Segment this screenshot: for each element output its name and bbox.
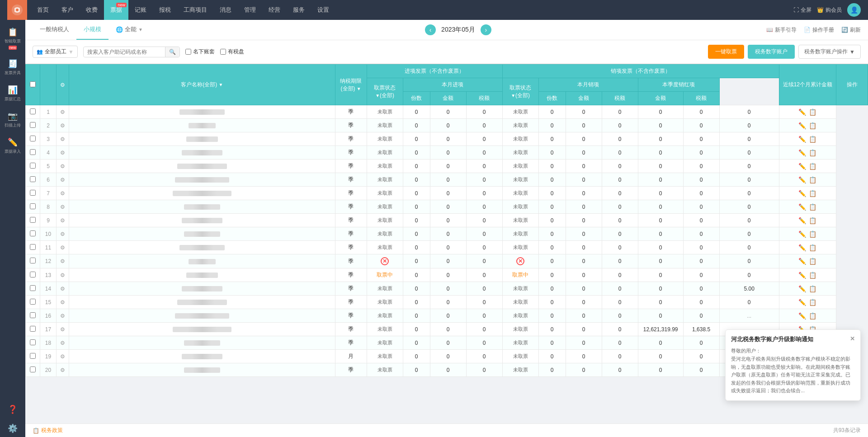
row-edit-icon[interactable]: ✏️: [798, 285, 806, 292]
subnav-general[interactable]: 一般纳税人: [33, 20, 76, 40]
row-edit-icon[interactable]: ✏️: [798, 272, 806, 279]
row-checkbox[interactable]: [30, 217, 36, 223]
row-gear[interactable]: ⚙: [57, 268, 69, 282]
row-gear[interactable]: ⚙: [57, 254, 69, 268]
row-copy-icon[interactable]: 📋: [809, 108, 816, 116]
row-copy-icon[interactable]: 📋: [809, 230, 816, 238]
row-copy-icon[interactable]: 📋: [809, 312, 816, 320]
row-edit-icon[interactable]: ✏️: [798, 176, 806, 183]
nav-bookkeeping[interactable]: 记账: [128, 0, 153, 20]
col-in-status-header[interactable]: 取票状态▼(全部): [367, 78, 403, 105]
row-edit-icon[interactable]: ✏️: [798, 163, 806, 170]
row-gear[interactable]: ⚙: [57, 214, 69, 227]
nav-client[interactable]: 客户: [55, 0, 80, 20]
tax-policy-link[interactable]: 税务政策: [41, 427, 63, 434]
row-gear[interactable]: ⚙: [57, 146, 69, 160]
row-gear[interactable]: ⚙: [57, 363, 69, 377]
row-gear[interactable]: ⚙: [57, 309, 69, 323]
row-gear[interactable]: ⚙: [57, 336, 69, 350]
user-avatar[interactable]: 👤: [847, 3, 861, 17]
sidebar-item-scan[interactable]: 📷 扫描上传: [1, 108, 24, 132]
row-checkbox[interactable]: [30, 285, 36, 291]
row-checkbox[interactable]: [30, 108, 36, 114]
row-copy-icon[interactable]: 📋: [809, 163, 816, 170]
tax-disk-checkbox[interactable]: [220, 49, 226, 55]
row-copy-icon[interactable]: 📋: [809, 149, 816, 156]
nav-operation[interactable]: 经营: [262, 0, 287, 20]
col-tax-period-header[interactable]: 纳税期限(全部) ▼: [335, 65, 367, 105]
row-copy-icon[interactable]: 📋: [809, 176, 816, 183]
subnav-small[interactable]: 小规模: [76, 20, 108, 40]
row-checkbox[interactable]: [30, 163, 36, 169]
row-gear[interactable]: ⚙: [57, 282, 69, 296]
row-gear[interactable]: ⚙: [57, 132, 69, 146]
sidebar-item-smart-invoice[interactable]: 📋 智能取票 new: [1, 23, 24, 53]
fullscreen-btn[interactable]: ⛶ 全屏: [793, 6, 811, 14]
row-checkbox[interactable]: [30, 339, 36, 345]
row-copy-icon[interactable]: 📋: [809, 272, 816, 279]
row-gear[interactable]: ⚙: [57, 323, 69, 336]
sidebar-item-help[interactable]: ❓: [1, 401, 24, 418]
nav-home[interactable]: 首页: [31, 0, 55, 20]
row-checkbox[interactable]: [30, 190, 36, 196]
row-checkbox[interactable]: [30, 149, 36, 155]
row-gear[interactable]: ⚙: [57, 227, 69, 241]
row-gear[interactable]: ⚙: [57, 241, 69, 254]
row-gear[interactable]: ⚙: [57, 296, 69, 309]
row-gear[interactable]: ⚙: [57, 119, 69, 132]
row-edit-icon[interactable]: ✏️: [798, 203, 806, 211]
col-out-status-header[interactable]: 取票状态▼(全部): [502, 78, 538, 105]
row-edit-icon[interactable]: ✏️: [798, 230, 806, 238]
row-checkbox[interactable]: [30, 122, 36, 128]
col-name-header[interactable]: 客户名称(全部) ▼: [69, 65, 335, 105]
row-edit-icon[interactable]: ✏️: [798, 122, 806, 129]
row-edit-icon[interactable]: ✏️: [798, 149, 806, 156]
check-has-tax-disk[interactable]: 有税盘: [220, 48, 244, 56]
nav-message[interactable]: 消息: [213, 0, 238, 20]
row-edit-icon[interactable]: ✏️: [798, 190, 806, 197]
nav-commerce[interactable]: 工商项目: [177, 0, 213, 20]
row-copy-icon[interactable]: 📋: [809, 203, 816, 211]
row-checkbox[interactable]: [30, 353, 36, 359]
check-my-accounts[interactable]: 名下账套: [185, 48, 215, 56]
one-click-fetch-btn[interactable]: 一键取票: [708, 45, 744, 59]
nav-invoice[interactable]: 票据 new: [104, 0, 128, 20]
sidebar-item-summary[interactable]: 📊 票据汇总: [1, 81, 24, 106]
subnav-all[interactable]: 🌐全能 ▼: [108, 20, 150, 40]
row-gear[interactable]: ⚙: [57, 200, 69, 214]
my-accounts-checkbox[interactable]: [185, 49, 191, 55]
search-input[interactable]: [84, 47, 165, 57]
tax-ops-btn[interactable]: 税务数字账户操作 ▼: [798, 45, 861, 59]
row-checkbox[interactable]: [30, 176, 36, 182]
row-gear[interactable]: ⚙: [57, 173, 69, 187]
row-edit-icon[interactable]: ✏️: [798, 136, 806, 143]
vip-btn[interactable]: 👑 购会员: [817, 6, 842, 14]
sidebar-item-entry[interactable]: ✏️ 票据录入: [1, 134, 24, 158]
row-checkbox[interactable]: [30, 367, 36, 372]
manual-link[interactable]: 📄 操作手册: [804, 26, 834, 34]
row-checkbox[interactable]: [30, 203, 36, 209]
tax-account-btn[interactable]: 税务数字账户: [748, 45, 795, 59]
new-guide-link[interactable]: 📖 新手引导: [766, 26, 797, 34]
row-gear[interactable]: ⚙: [57, 160, 69, 173]
next-month-btn[interactable]: ›: [481, 24, 491, 35]
row-gear[interactable]: ⚙: [57, 105, 69, 119]
row-checkbox[interactable]: [30, 272, 36, 277]
row-checkbox[interactable]: [30, 244, 36, 250]
row-checkbox[interactable]: [30, 230, 36, 236]
select-all-checkbox[interactable]: [30, 81, 36, 87]
row-checkbox[interactable]: [30, 258, 36, 263]
row-checkbox[interactable]: [30, 312, 36, 318]
row-edit-icon[interactable]: ✏️: [798, 258, 806, 265]
row-copy-icon[interactable]: 📋: [809, 122, 816, 129]
row-copy-icon[interactable]: 📋: [809, 244, 816, 251]
row-copy-icon[interactable]: 📋: [809, 285, 816, 292]
row-copy-icon[interactable]: 📋: [809, 190, 816, 197]
search-icon[interactable]: 🔍: [165, 47, 179, 57]
row-checkbox[interactable]: [30, 136, 36, 141]
nav-settings[interactable]: 设置: [311, 0, 335, 20]
nav-manage[interactable]: 管理: [238, 0, 262, 20]
prev-month-btn[interactable]: ‹: [425, 24, 436, 35]
nav-tax[interactable]: 报税: [153, 0, 177, 20]
row-checkbox[interactable]: [30, 299, 36, 305]
